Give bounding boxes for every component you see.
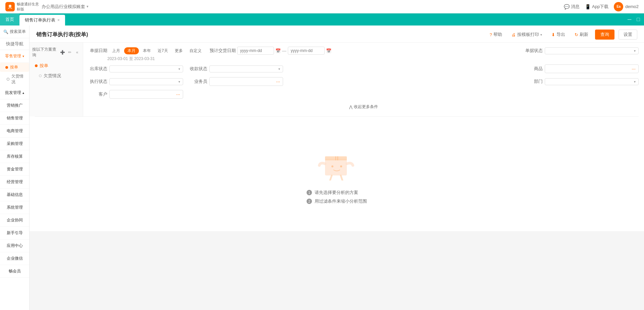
tip-2-num: 2 — [307, 199, 312, 204]
print-button[interactable]: 🖨 按模板打印 ▾ — [509, 30, 545, 39]
tab-maximize-button[interactable]: □ — [635, 16, 641, 23]
user-menu[interactable]: Ea demo2 — [614, 2, 639, 11]
breadcrumb[interactable]: 办公用品行业模拟账套 ▾ — [42, 4, 89, 10]
calendar-start-icon[interactable]: 📅 — [275, 48, 281, 53]
filter-group-receipt-status: 收款状态 ▾ — [189, 65, 283, 72]
tab-bar: 首页 销售订单执行表 × ─ □ — [0, 13, 644, 25]
settings-button[interactable]: 设置 — [619, 30, 637, 40]
empty-tip-2: 2 用过滤条件来缩小分析范围 — [307, 198, 367, 204]
tab-active[interactable]: 销售订单执行表 × — [19, 15, 65, 25]
expected-date-start-input[interactable] — [237, 47, 274, 55]
filter-sidebar-header: 按以下方案查询 ➕ ✏ « — [32, 47, 80, 58]
sidebar-item-purchase[interactable]: 采购管理 — [0, 138, 29, 150]
order-status-select[interactable]: ▾ — [545, 47, 639, 54]
filter-row-4: 客户 ··· — [89, 90, 639, 99]
tab-minimize-button[interactable]: ─ — [626, 16, 633, 23]
sidebar-item-sales[interactable]: 销售管理 — [0, 112, 29, 125]
breadcrumb-arrow-icon: ▾ — [87, 4, 89, 9]
tab-close-icon[interactable]: × — [57, 18, 60, 22]
filter-row-2: 出库状态 ▾ 收款状态 ▾ — [89, 64, 639, 73]
filter-panel: 按以下方案查询 ➕ ✏ « 按单 欠货情况 — [30, 43, 644, 116]
sidebar-item-guide[interactable]: 新手引导 — [0, 227, 29, 240]
collapse-button[interactable]: ⋀ 收起更多条件 — [345, 103, 382, 111]
filter-sidebar-icons: ➕ ✏ « — [59, 49, 80, 55]
sidebar-item-operation[interactable]: 经营管理 — [0, 176, 29, 189]
sidebar-item-retail[interactable]: 零售管理 ▾ — [0, 50, 29, 63]
sidebar-item-inventory[interactable]: 库存核算 — [0, 150, 29, 163]
department-select[interactable]: ▾ — [545, 78, 639, 85]
date-tab-this-year[interactable]: 本年 — [140, 47, 154, 54]
out-status-label: 出库状态 — [89, 66, 107, 72]
print-dropdown-icon: ▾ — [540, 33, 542, 37]
salesperson-select[interactable]: ··· — [209, 77, 283, 86]
customer-select[interactable]: ··· — [109, 90, 183, 99]
status-dropdown-icon: ▾ — [634, 49, 636, 53]
empty-illustration — [317, 144, 357, 182]
sidebar-item-basic-info[interactable]: 基础信息 — [0, 189, 29, 201]
receipt-status-select[interactable]: ▾ — [209, 65, 283, 72]
sidebar-item-finance[interactable]: 资金管理 — [0, 163, 29, 176]
date-tab-last-month[interactable]: 上月 — [109, 47, 123, 54]
sidebar-item-wechat[interactable]: 企业微信 — [0, 252, 29, 265]
empty-state: 1 请先选择要分析的方案 2 用过滤条件来缩小分析范围 — [30, 117, 644, 231]
export-button[interactable]: ⬇ 导出 — [549, 30, 568, 39]
page-container: 销售订单执行表(按单) ? 帮助 🖨 按模板打印 ▾ ⬇ 导出 — [30, 25, 644, 231]
salesperson-label: 业务员 — [189, 79, 207, 85]
scheme-circle-icon — [39, 74, 42, 77]
sidebar-sub-欠货[interactable]: 欠货情况 — [0, 72, 29, 87]
page-actions: ? 帮助 🖨 按模板打印 ▾ ⬇ 导出 ↻ 刷新 — [487, 30, 637, 40]
app-download-button[interactable]: 📱 App下载 — [585, 4, 608, 10]
sidebar-item-marketing[interactable]: 营销推广 — [0, 99, 29, 112]
active-dot-icon — [5, 66, 8, 69]
sidebar-sub-按单[interactable]: 按单 — [0, 63, 29, 72]
tab-bar-actions: ─ □ — [626, 16, 644, 23]
date-tab-7days[interactable]: 近7天 — [155, 47, 171, 54]
header-right: 💬 消息 📱 App下载 Ea demo2 — [564, 2, 639, 11]
main-layout: 🔍 搜索菜单 快捷导航 零售管理 ▾ 按单 欠货情况 批发管理 ▴ 营销推广 销… — [0, 25, 644, 310]
sidebar-item-member[interactable]: 畅会员 — [0, 265, 29, 278]
scheme-item-按单[interactable]: 按单 — [32, 61, 80, 71]
order-date-label: 单据日期 — [89, 48, 107, 54]
page-title: 销售订单执行表(按单) — [36, 31, 88, 38]
scheme-item-欠货[interactable]: 欠货情况 — [32, 71, 80, 81]
exec-status-select[interactable]: ▾ — [109, 78, 183, 85]
sidebar-item-enterprise[interactable]: 企业协同 — [0, 214, 29, 227]
goods-more-icon[interactable]: ··· — [632, 66, 636, 71]
add-scheme-icon[interactable]: ➕ — [59, 49, 65, 55]
filter-row-3: 执行状态 ▾ 业务员 ··· — [89, 77, 639, 86]
customer-more-icon[interactable]: ··· — [176, 92, 180, 97]
edit-scheme-icon[interactable]: ✏ — [67, 49, 73, 55]
expected-date-end-input[interactable] — [288, 47, 325, 55]
filter-group-exec-status: 执行状态 ▾ — [89, 78, 183, 85]
date-tab-custom[interactable]: 自定义 — [187, 47, 204, 54]
out-status-select[interactable]: ▾ — [109, 65, 183, 72]
sidebar-quick-nav[interactable]: 快捷导航 — [0, 38, 29, 50]
date-tab-more[interactable]: 更多 — [172, 47, 185, 54]
sidebar-item-ecommerce[interactable]: 电商管理 — [0, 125, 29, 138]
expected-date-label: 预计交货日期 — [210, 48, 236, 54]
sidebar-item-appstore[interactable]: 应用中心 — [0, 240, 29, 252]
date-tab-this-month[interactable]: 本月 — [124, 47, 139, 54]
collapse-sidebar-icon[interactable]: « — [74, 49, 80, 55]
header-left: 畅捷通好生意 标版 办公用品行业模拟账套 ▾ — [5, 2, 89, 11]
sidebar-item-system[interactable]: 系统管理 — [0, 201, 29, 214]
message-button[interactable]: 💬 消息 — [564, 4, 580, 10]
breadcrumb-text: 办公用品行业模拟账套 — [42, 4, 85, 10]
svg-point-6 — [340, 165, 342, 167]
query-button[interactable]: 查询 — [595, 30, 614, 40]
sidebar-search-button[interactable]: 🔍 搜索菜单 — [0, 25, 29, 38]
svg-rect-1 — [325, 159, 347, 175]
refresh-button[interactable]: ↻ 刷新 — [572, 30, 591, 39]
department-dropdown-icon: ▾ — [634, 80, 636, 84]
exec-status-dropdown-icon: ▾ — [178, 80, 180, 84]
filter-group-order-date: 单据日期 上月 本月 本年 近7天 更多 自定义 — [89, 47, 204, 54]
calendar-end-icon[interactable]: 📅 — [326, 48, 331, 53]
filter-row-1: 单据日期 上月 本月 本年 近7天 更多 自定义 — [89, 47, 639, 55]
filter-group-customer: 客户 ··· — [89, 90, 183, 99]
goods-select[interactable]: ··· — [545, 64, 639, 73]
help-button[interactable]: ? 帮助 — [487, 30, 505, 39]
chevron-down-icon: ▾ — [22, 54, 24, 58]
tab-home[interactable]: 首页 — [0, 13, 19, 25]
salesperson-more-icon[interactable]: ··· — [276, 79, 280, 84]
sidebar-item-wholesale[interactable]: 批发管理 ▴ — [0, 87, 29, 99]
